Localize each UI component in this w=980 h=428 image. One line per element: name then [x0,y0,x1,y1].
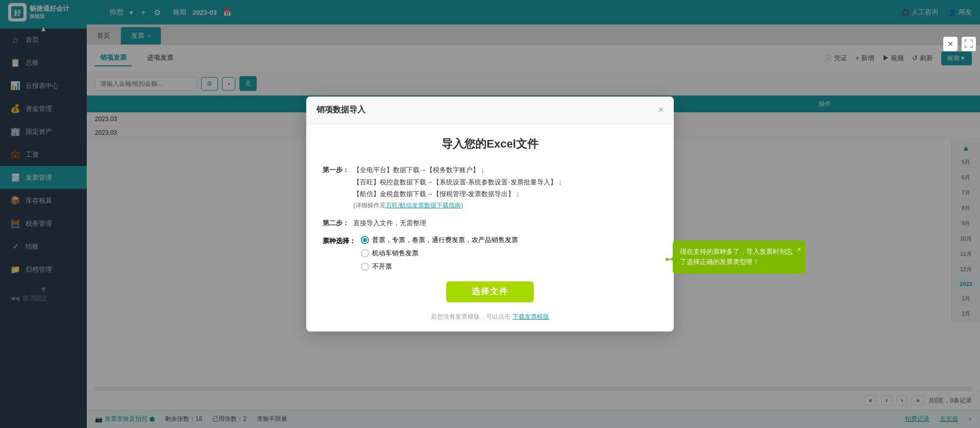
tooltip-text: 现在支持的票种多了，导入发票时别忘了选择正确的发票类型呀！ [680,248,793,266]
step1-line-1: 【全电平台】数据下载→【税务数字账户】； [353,164,657,176]
radio-normal-label: 普票，专票，卷票，通行费发票，农产品销售发票 [372,235,518,245]
modal-title: 销项数据导入 [316,105,365,115]
modal-header: 销项数据导入 × [306,97,674,124]
radio-normal-circle[interactable] [361,236,369,244]
download-template-link[interactable]: 下载发票模版 [512,313,549,320]
modal-main-title: 导入您的Excel文件 [323,136,657,152]
window-close-btn[interactable]: × [943,37,958,51]
window-maximize-btn[interactable]: ⛶ [962,37,976,51]
modal-close-btn[interactable]: × [658,105,664,115]
radio-no-ticket-circle[interactable] [361,263,369,271]
radio-normal[interactable]: 普票，专票，卷票，通行费发票，农产品销售发票 [361,235,518,245]
tooltip-bar [666,259,673,260]
step1-line-2: 【百旺】税控盘数据下载→【系统设置-系统参数设置-发票批量导入】； [353,176,657,188]
step1-label: 第一步： [323,164,349,211]
radio-normal-inner [363,238,367,242]
step1-link: (详细操作见百旺/航信发票数据下载指南) [353,200,657,211]
radio-vehicle-circle[interactable] [361,249,369,257]
ticket-select-row: 票种选择： 普票，专票，卷票，通行费发票，农产品销售发票 机动车销售发票 [323,235,657,271]
ticket-label: 票种选择： [323,235,356,246]
step1-row: 第一步： 【全电平台】数据下载→【税务数字账户】； 【百旺】税控盘数据下载→【系… [323,164,657,211]
radio-vehicle[interactable]: 机动车销售发票 [361,249,518,258]
radio-options: 普票，专票，卷票，通行费发票，农产品销售发票 机动车销售发票 不开票 [361,235,518,271]
guide-link[interactable]: 百旺/航信发票数据下载指南 [386,202,461,209]
tooltip-bubble: × 现在支持的票种多了，导入发票时别忘了选择正确的发票类型呀！ [673,241,805,274]
select-file-btn[interactable]: 选择文件 [446,281,534,302]
modal-footer-text: 若您没有发票模版，可以点击 下载发票模版 [323,313,657,321]
modal-body: 导入您的Excel文件 第一步： 【全电平台】数据下载→【税务数字账户】； 【百… [306,124,674,331]
step2-label: 第二步： [323,217,349,229]
radio-no-ticket-label: 不开票 [372,262,392,271]
tooltip-close-btn[interactable]: × [797,244,801,255]
import-modal: 销项数据导入 × 导入您的Excel文件 第一步： 【全电平台】数据下载→【税务… [306,97,674,331]
window-controls: × ⛶ [939,33,980,55]
radio-no-ticket[interactable]: 不开票 [361,262,518,271]
modal-overlay: 销项数据导入 × 导入您的Excel文件 第一步： 【全电平台】数据下载→【税务… [0,0,980,428]
step1-content: 【全电平台】数据下载→【税务数字账户】； 【百旺】税控盘数据下载→【系统设置-系… [353,164,657,211]
step1-line-3: 【航信】金税盘数据下载→【报税管理-发票数据导出】； [353,188,657,200]
radio-vehicle-label: 机动车销售发票 [372,249,419,258]
step2-row: 第二步： 直接导入文件，无需整理 [323,217,657,229]
step2-content: 直接导入文件，无需整理 [353,217,657,229]
